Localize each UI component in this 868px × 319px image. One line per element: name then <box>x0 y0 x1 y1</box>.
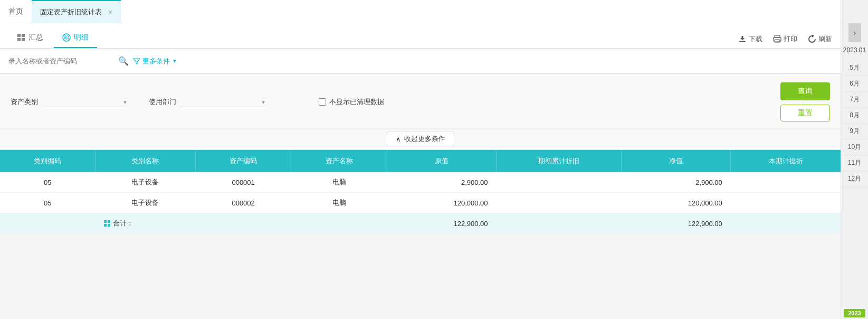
data-table: 类别编码 类别名称 资产编码 资产名称 原值 期初累计折旧 净值 本期计提折 0… <box>0 150 841 234</box>
table-row: 05 电子设备 000002 电脑 120,000.00 120,000.00 <box>0 193 841 213</box>
department-arrow: ▼ <box>261 99 266 105</box>
active-tab: 固定资产折旧统计表 × <box>32 0 121 23</box>
search-input[interactable] <box>8 57 114 65</box>
sidebar-month-item[interactable]: 10月 <box>841 139 868 155</box>
filter-icon <box>133 58 140 65</box>
filter-label: 更多条件 <box>142 57 170 66</box>
svg-rect-11 <box>108 220 110 223</box>
asset-type-select[interactable] <box>42 97 127 107</box>
sidebar-months: 5月6月7月8月9月10月11月12月 <box>841 60 868 187</box>
sidebar-month-item[interactable]: 5月 <box>841 60 868 76</box>
hide-cleared-checkbox[interactable] <box>319 98 326 106</box>
hide-cleared-field: 不显示已清理数据 <box>319 97 384 107</box>
sub-tabs-bar: 汇总 明 明细 下载 打印 刷新 <box>0 23 841 49</box>
download-button[interactable]: 下载 <box>738 34 762 44</box>
reset-button[interactable]: 重置 <box>780 105 830 121</box>
tab-close-button[interactable]: × <box>108 8 112 16</box>
sidebar-month-item[interactable]: 9月 <box>841 124 868 139</box>
top-nav: 首页 固定资产折旧统计表 × ✕ <box>0 0 868 23</box>
table-row: 05 电子设备 000001 电脑 2,900.00 2,900.00 <box>0 172 841 193</box>
department-label: 使用部门 <box>149 97 176 107</box>
tab-summary[interactable]: 汇总 <box>8 28 52 48</box>
svg-rect-2 <box>17 38 21 41</box>
collapse-label: 收起更多条件 <box>404 134 445 144</box>
print-icon <box>773 35 781 43</box>
home-link[interactable]: 首页 <box>8 7 32 16</box>
asset-type-label: 资产类别 <box>11 97 38 107</box>
table-body: 05 电子设备 000001 电脑 2,900.00 2,900.00 05 电… <box>0 172 841 234</box>
col-asset-code: 资产编码 <box>195 150 291 172</box>
main-content: 汇总 明 明细 下载 打印 刷新 <box>0 23 841 234</box>
print-button[interactable]: 打印 <box>773 34 797 44</box>
query-button[interactable]: 查询 <box>780 82 830 100</box>
filter-buttons: 查询 重置 <box>780 82 830 121</box>
toolbar-right: 下载 打印 刷新 <box>738 34 832 48</box>
col-category-name: 类别名称 <box>95 150 195 172</box>
chevron-down-icon: ▼ <box>172 58 177 64</box>
svg-rect-6 <box>739 41 746 42</box>
svg-rect-12 <box>104 224 107 227</box>
chevron-up-icon: ∧ <box>396 135 401 143</box>
sidebar-month-item[interactable]: 6月 <box>841 76 868 92</box>
svg-text:明: 明 <box>64 35 69 41</box>
col-current-depreciation: 本期计提折 <box>731 150 841 172</box>
col-asset-name: 资产名称 <box>291 150 387 172</box>
svg-rect-13 <box>108 224 110 227</box>
svg-rect-0 <box>17 34 21 37</box>
search-icon[interactable]: 🔍 <box>118 56 129 66</box>
col-original-value: 原值 <box>387 150 496 172</box>
tab-detail[interactable]: 明 明细 <box>54 28 97 48</box>
table-header-row: 类别编码 类别名称 资产编码 资产名称 原值 期初累计折旧 净值 本期计提折 <box>0 150 841 172</box>
collapse-button[interactable]: ∧ 收起更多条件 <box>387 132 454 146</box>
department-field: 使用部门 ▼ <box>149 97 266 107</box>
col-category-code: 类别编码 <box>0 150 95 172</box>
col-net-value: 净值 <box>622 150 731 172</box>
col-accum-depreciation: 期初累计折旧 <box>497 150 622 172</box>
data-table-container: 类别编码 类别名称 资产编码 资产名称 原值 期初累计折旧 净值 本期计提折 0… <box>0 150 841 234</box>
download-icon <box>738 35 747 43</box>
date-display: 2023.01 <box>837 44 868 56</box>
detail-tab-label: 明细 <box>74 33 89 42</box>
svg-rect-3 <box>22 38 25 41</box>
department-select[interactable] <box>180 97 265 107</box>
detail-icon: 明 <box>62 33 71 42</box>
right-sidebar: › 2023.01 5月6月7月8月9月10月11月12月 2023 <box>841 0 868 319</box>
svg-rect-10 <box>104 220 107 223</box>
table-total-row: 合计： 122,900.00 122,900.00 <box>0 213 841 234</box>
sidebar-expand-button[interactable]: › <box>848 23 861 42</box>
sub-tabs-left: 汇总 明 明细 <box>8 23 97 48</box>
filter-area: 资产类别 ▼ 使用部门 ▼ 不显示已清理数据 查询 重置 <box>0 74 841 128</box>
sidebar-month-item[interactable]: 11月 <box>841 155 868 171</box>
search-bar: 🔍 更多条件 ▼ <box>0 49 841 74</box>
summary-icon <box>17 33 25 42</box>
collapse-bar: ∧ 收起更多条件 <box>0 128 841 150</box>
asset-type-arrow: ▼ <box>122 99 128 105</box>
refresh-icon <box>808 35 816 43</box>
sidebar-month-item[interactable]: 8月 <box>841 108 868 124</box>
sidebar-month-item[interactable]: 7月 <box>841 92 868 108</box>
refresh-button[interactable]: 刷新 <box>808 34 832 44</box>
more-filter-button[interactable]: 更多条件 ▼ <box>133 57 177 66</box>
filter-row: 资产类别 ▼ 使用部门 ▼ 不显示已清理数据 查询 重置 <box>11 82 830 121</box>
year-badge[interactable]: 2023 <box>844 309 865 317</box>
hide-cleared-label: 不显示已清理数据 <box>329 97 384 107</box>
summary-tab-label: 汇总 <box>28 33 43 42</box>
svg-rect-1 <box>22 34 25 37</box>
tab-title: 固定资产折旧统计表 <box>40 7 102 17</box>
asset-type-field: 资产类别 ▼ <box>11 97 128 107</box>
sidebar-month-item[interactable]: 12月 <box>841 171 868 187</box>
